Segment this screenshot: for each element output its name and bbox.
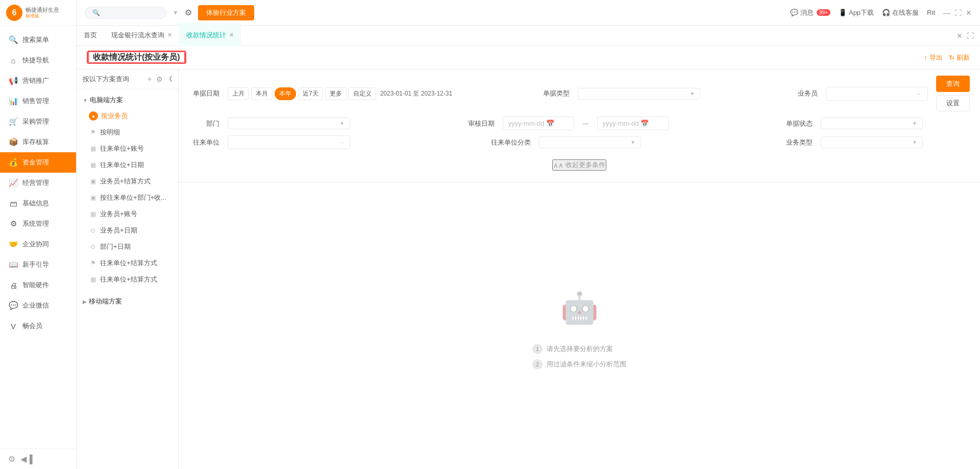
scheme-salesperson-date[interactable]: ⊙ 业务员+日期 — [77, 222, 178, 239]
export-button[interactable]: ↑ 导出 — [924, 53, 943, 62]
sidebar-item-enterprise[interactable]: 🤝企业协同 — [0, 234, 76, 254]
last-month-btn[interactable]: 上月 — [228, 87, 249, 100]
sidebar-settings-icon[interactable]: ⚙ — [8, 454, 15, 464]
sidebar-item-quick-nav[interactable]: ⌂快捷导航 — [0, 50, 76, 71]
operations-icon: 📈 — [8, 178, 18, 188]
sidebar-item-label: 经营管理 — [22, 178, 49, 187]
counterpart-input[interactable]: ··· — [228, 135, 350, 149]
desktop-section-title[interactable]: ▼ 电脑端方案 — [77, 92, 178, 108]
sidebar-item-guide[interactable]: 📖新手引导 — [0, 254, 76, 275]
scheme-dept-date[interactable]: ⊙ 部门+日期 — [77, 239, 178, 255]
audit-date-label: 审核日期 — [464, 119, 495, 128]
sidebar-item-label: 快捷导航 — [22, 56, 49, 65]
close-button[interactable]: ✕ — [966, 9, 972, 17]
query-button[interactable]: 查询 — [936, 76, 970, 92]
filter-row-3: 往来单位 ··· 往来单位分类 ▼ 业务类型 ▼ — [189, 135, 970, 149]
scheme-icon: ⊙ — [89, 243, 97, 251]
date-separator: — — [582, 120, 589, 127]
sidebar-item-hardware[interactable]: 🖨智能硬件 — [0, 275, 76, 295]
sidebar-item-inventory[interactable]: 📦库存核算 — [0, 132, 76, 152]
calendar-icon-2: 📅 — [641, 120, 649, 127]
scheme-salesperson-account[interactable]: ▦ 业务员+账号 — [77, 206, 178, 222]
sidebar-item-base-info[interactable]: 🗃基础信息 — [0, 193, 76, 214]
mobile-section-title[interactable]: ▶ 移动端方案 — [77, 294, 178, 309]
counterpart-label: 往来单位 — [189, 138, 219, 147]
custom-date-btn[interactable]: 自定义 — [349, 87, 376, 100]
topbar: 🔍 ▼ ⚙ 体验行业方案 💬 消息 99+ 📱 App下载 🎧 在线客服 — [77, 0, 980, 26]
date-quick-buttons: 上月 本月 本年 近7天 更多 自定义 2023-01-01 至 2023-12… — [228, 87, 452, 100]
doc-type-label: 单据类型 — [539, 89, 570, 98]
user-info[interactable]: Rit — [927, 9, 935, 16]
audit-date-from[interactable]: yyyy-mm-dd 📅 — [503, 116, 574, 130]
doc-status-select[interactable]: ▼ — [821, 118, 923, 129]
biz-type-select[interactable]: ▼ — [821, 136, 923, 148]
date-range-display: 2023-01-01 至 2023-12-31 — [380, 89, 452, 98]
content-close-icon[interactable]: ✕ — [957, 32, 963, 40]
collapse-panel-icon[interactable]: 《 — [166, 75, 172, 84]
more-date-btn[interactable]: 更多 — [325, 87, 347, 100]
sidebar-item-system[interactable]: ⚙系统管理 — [0, 214, 76, 234]
desktop-section: ▼ 电脑端方案 ● 按业务员 ⚑ 按明细 ▦ 往来单位+账号 ▦ — [77, 89, 178, 291]
app-logo-text: 畅捷通好生意 标准版 — [26, 6, 59, 19]
salesperson-more-icon[interactable]: ··· — [917, 90, 922, 98]
settings-button[interactable]: 设置 — [936, 95, 970, 111]
scheme-salesperson-settlement[interactable]: ▣ 业务员+结算方式 — [77, 173, 178, 190]
sidebar-item-finance[interactable]: 💰资金管理 — [0, 152, 76, 173]
content-expand-icon[interactable]: ⛶ — [967, 32, 974, 40]
sidebar-item-sales[interactable]: 📊销售管理 — [0, 91, 76, 111]
scheme-counterpart-settlement2[interactable]: ▦ 往来单位+结算方式 — [77, 271, 178, 288]
sidebar-item-label: 搜索菜单 — [22, 35, 49, 44]
counterpart-more-icon[interactable]: ··· — [339, 138, 345, 146]
messages-btn[interactable]: 💬 消息 99+ — [790, 8, 830, 17]
sidebar-item-operations[interactable]: 📈经营管理 — [0, 173, 76, 193]
collapse-button[interactable]: ∧∧ 收起更多条件 — [552, 159, 606, 171]
sidebar-item-marketing[interactable]: 📢营销推广 — [0, 71, 76, 91]
sales-icon: 📊 — [8, 96, 18, 106]
refresh-button[interactable]: ↻ 刷新 — [949, 53, 970, 62]
sidebar-item-purchase[interactable]: 🛒采购管理 — [0, 111, 76, 132]
sidebar-item-label: 资金管理 — [22, 158, 49, 167]
add-scheme-icon[interactable]: ＋ — [146, 75, 153, 84]
close-bank-flow-tab[interactable]: ✕ — [167, 32, 172, 38]
scheme-counterpart-account[interactable]: ▦ 往来单位+账号 — [77, 140, 178, 157]
scheme-counterpart-dept-receipt[interactable]: ▣ 按往来单位+部门+收... — [77, 190, 178, 206]
minimize-button[interactable]: — — [943, 9, 950, 17]
sidebar-item-wechat[interactable]: 💬企业微信 — [0, 295, 76, 316]
scheme-by-salesperson[interactable]: ● 按业务员 — [77, 108, 178, 124]
audit-date-to[interactable]: yyyy-mm-dd 📅 — [597, 116, 669, 130]
topbar-dropdown[interactable]: ▼ — [173, 9, 179, 16]
tab-receipt-stats[interactable]: 收款情况统计 ✕ — [179, 23, 241, 49]
topbar-search-box[interactable]: 🔍 — [85, 7, 166, 19]
scheme-counterpart-settlement1[interactable]: ⚑ 往来单位+结算方式 — [77, 255, 178, 271]
scheme-counterpart-date[interactable]: ▦ 往来单位+日期 — [77, 157, 178, 173]
doc-type-select[interactable]: ▼ — [578, 88, 700, 100]
sidebar-collapse-icon[interactable]: ◀▐ — [20, 454, 32, 464]
last-7-days-btn[interactable]: 近7天 — [298, 87, 323, 100]
scheme-settings-icon[interactable]: ⚙ — [156, 75, 163, 83]
counterpart-category-select[interactable]: ▼ — [539, 136, 641, 148]
home-tab[interactable]: 首页 — [77, 23, 104, 49]
this-month-btn[interactable]: 本月 — [251, 87, 273, 100]
sidebar-item-label: 基础信息 — [22, 199, 49, 208]
sidebar-item-member[interactable]: V畅会员 — [0, 316, 76, 336]
page-header-actions: ↑ 导出 ↻ 刷新 — [924, 53, 970, 62]
guide-icon: 📖 — [8, 260, 18, 270]
topbar-settings-icon[interactable]: ⚙ — [185, 8, 192, 17]
empty-steps: 1 请先选择要分析的方案 2 用过滤条件来缩小分析范围 — [532, 344, 626, 369]
online-service-btn[interactable]: 🎧 在线客服 — [882, 8, 919, 17]
maximize-button[interactable]: ⛶ — [954, 9, 962, 17]
scheme-by-detail[interactable]: ⚑ 按明细 — [77, 124, 178, 140]
tab-bank-flow[interactable]: 现金银行流水查询 ✕ — [104, 23, 179, 49]
close-receipt-stats-tab[interactable]: ✕ — [229, 32, 234, 38]
this-year-btn[interactable]: 本年 — [275, 87, 296, 100]
scheme-icon: ⚑ — [89, 128, 97, 136]
filter-row-1: 单据日期 上月 本月 本年 近7天 更多 自定义 2023-01-01 至 20… — [189, 76, 970, 111]
dept-select[interactable]: ▼ — [228, 118, 350, 129]
scheme-icon: ▦ — [89, 275, 97, 284]
salesperson-select[interactable]: ··· — [826, 87, 928, 101]
sidebar-item-search[interactable]: 🔍搜索菜单 — [0, 30, 76, 50]
dept-label: 部门 — [189, 119, 219, 128]
app-download-btn[interactable]: 📱 App下载 — [839, 8, 874, 17]
dept-dropdown-icon: ▼ — [339, 121, 345, 126]
try-industry-button[interactable]: 体验行业方案 — [198, 5, 254, 20]
